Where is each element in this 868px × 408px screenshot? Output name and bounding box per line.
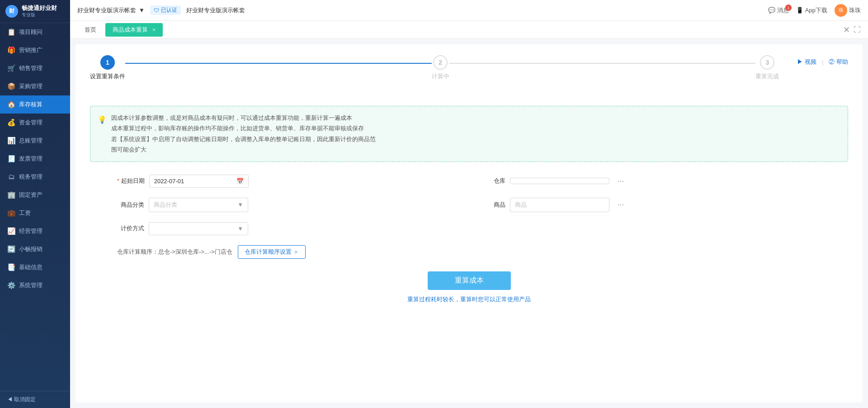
- info-text: 因成本计算参数调整，或是对商品成本有疑问时，可以通过成本重算功能，重新计算一遍成…: [111, 113, 376, 155]
- account-selector[interactable]: 好业财专业版演示帐套 ▼: [77, 6, 145, 14]
- info-line-1: 因成本计算参数调整，或是对商品成本有疑问时，可以通过成本重算功能，重新计算一遍成…: [111, 113, 376, 123]
- app-edition: 专业版: [22, 12, 57, 18]
- start-date-input[interactable]: 2022-07-01 📅: [149, 175, 249, 188]
- warehouse-label: 仓库: [478, 177, 505, 185]
- sidebar: 财 畅捷通好业财 专业版 📋项目顾问🎁营销推广🛒销售管理📦采购管理🏠库存核算💰资…: [0, 0, 70, 408]
- avatar: 珠: [835, 4, 847, 17]
- tab-home[interactable]: 首页: [77, 23, 104, 37]
- sidebar-item-label: 总账管理: [19, 137, 42, 145]
- app-download-button[interactable]: 📱 App下载: [796, 6, 827, 14]
- video-link[interactable]: ▶ ▶ 视频视频: [797, 58, 816, 66]
- start-date-label: 起始日期: [117, 177, 145, 185]
- calendar-icon[interactable]: 📅: [236, 178, 244, 185]
- category-field: 商品分类 商品分类 ▼: [117, 198, 460, 212]
- warehouse-order-row: 仓库计算顺序：总仓->深圳仓库->...->门店仓 仓库计算顺序设置 ＞: [117, 245, 821, 259]
- sidebar-item-marketing[interactable]: 🎁营销推广: [0, 41, 70, 59]
- main-area: 好业财专业版演示帐套 ▼ 🛡 已认证 好业财专业版演示帐套 💬 消息 1 📱 A…: [70, 0, 868, 408]
- step-1-label: 设置重算条件: [90, 72, 125, 81]
- price-method-field: 计价方式 ▼: [117, 222, 460, 235]
- sidebar-item-label: 经营管理: [19, 227, 42, 235]
- warehouse-field: 仓库 ···: [478, 176, 821, 186]
- tab-cost-recalc[interactable]: 商品成本重算 ×: [105, 23, 163, 37]
- account-name: 好业财专业版演示帐套: [77, 6, 136, 14]
- sidebar-item-label: 营销推广: [19, 46, 42, 54]
- sidebar-item-sales[interactable]: 🛒销售管理: [0, 59, 70, 77]
- help-link[interactable]: ② 帮助: [829, 58, 848, 66]
- sidebar-item-invoice[interactable]: 🧾发票管理: [0, 150, 70, 168]
- form-row-3: 计价方式 ▼: [117, 222, 821, 235]
- sidebar-item-inventory[interactable]: 🏠库存核算: [0, 95, 70, 114]
- notification-badge: 1: [785, 5, 792, 11]
- product-input[interactable]: 商品: [510, 198, 609, 212]
- purchase-icon: 📦: [7, 82, 15, 90]
- sidebar-item-label: 发票管理: [19, 155, 42, 163]
- sidebar-scroll: 📋项目顾问🎁营销推广🛒销售管理📦采购管理🏠库存核算💰资金管理📊总账管理🧾发票管理…: [0, 23, 70, 391]
- sidebar-item-basic[interactable]: 📑基础信息: [0, 258, 70, 276]
- product-dots[interactable]: ···: [618, 200, 624, 209]
- category-label: 商品分类: [117, 201, 144, 209]
- message-button[interactable]: 💬 消息 1: [768, 6, 789, 14]
- step-line-2: [449, 63, 756, 64]
- project-icon: 📋: [7, 28, 15, 36]
- sidebar-item-assets[interactable]: 🏢固定资产: [0, 186, 70, 204]
- sidebar-unpin[interactable]: ◀ 取消固定: [0, 391, 70, 408]
- sidebar-item-label: 项目顾问: [19, 28, 42, 36]
- price-method-select[interactable]: ▼: [149, 222, 248, 235]
- price-method-label: 计价方式: [117, 224, 144, 232]
- category-placeholder: 商品分类: [154, 201, 177, 209]
- dropdown-arrow-icon: ▼: [139, 7, 145, 14]
- sidebar-item-label: 税务管理: [19, 173, 42, 181]
- info-line-4: 围可能会扩大: [111, 144, 376, 155]
- finance-icon: 💰: [7, 119, 15, 127]
- logo-icon: 财: [5, 5, 18, 18]
- sidebar-item-label: 固定资产: [19, 191, 42, 199]
- window-close-icon[interactable]: ✕: [843, 25, 850, 35]
- topbar: 好业财专业版演示帐套 ▼ 🛡 已认证 好业财专业版演示帐套 💬 消息 1 📱 A…: [70, 0, 868, 21]
- tab-close-icon[interactable]: ×: [152, 26, 156, 33]
- user-profile[interactable]: 珠 珠珠: [835, 4, 861, 17]
- sidebar-item-accounting[interactable]: 📊总账管理: [0, 132, 70, 150]
- sidebar-item-purchase[interactable]: 📦采购管理: [0, 77, 70, 95]
- sidebar-item-system[interactable]: ⚙️系统管理: [0, 276, 70, 294]
- sidebar-item-operations[interactable]: 📈经营管理: [0, 222, 70, 240]
- warehouse-dots[interactable]: ···: [618, 176, 624, 186]
- account-display: 好业财专业版演示帐套: [186, 6, 245, 14]
- accounting-icon: 📊: [7, 137, 15, 145]
- category-select[interactable]: 商品分类 ▼: [149, 198, 248, 212]
- warehouse-input[interactable]: [510, 178, 609, 184]
- expense-icon: 🔄: [7, 245, 15, 253]
- form-section: 起始日期 2022-07-01 📅 仓库 ··· 商品分类: [90, 175, 848, 304]
- window-expand-icon[interactable]: ⛶: [854, 26, 861, 34]
- info-line-3: 若【系统设置】中启用了自动调整记账日期时，会调整入库单的整单记账日期，因此重新计…: [111, 134, 376, 144]
- salary-icon: 💼: [7, 209, 15, 217]
- operations-icon: 📈: [7, 227, 15, 235]
- info-line-2: 成本重算过程中，影响库存账的操作均不能操作，比如进货单、销货单、库存单据不能审核…: [111, 123, 376, 133]
- sidebar-item-label: 采购管理: [19, 82, 42, 90]
- step-1: 1 设置重算条件: [90, 55, 125, 81]
- marketing-icon: 🎁: [7, 46, 15, 54]
- product-placeholder: 商品: [515, 201, 527, 209]
- step-3: 3 重算完成: [755, 55, 779, 81]
- lightbulb-icon: 💡: [98, 114, 107, 155]
- sidebar-item-label: 小畅报销: [19, 245, 42, 253]
- recalc-button[interactable]: 重算成本: [428, 271, 511, 290]
- sidebar-item-label: 库存核算: [19, 100, 42, 109]
- user-name: 珠珠: [849, 6, 861, 14]
- warehouse-order-btn[interactable]: 仓库计算顺序设置 ＞: [238, 245, 306, 259]
- sidebar-item-expense[interactable]: 🔄小畅报销: [0, 240, 70, 258]
- sidebar-item-label: 工资: [19, 209, 31, 217]
- sidebar-item-finance[interactable]: 💰资金管理: [0, 114, 70, 132]
- sidebar-item-label: 基础信息: [19, 263, 42, 271]
- sidebar-item-project[interactable]: 📋项目顾问: [0, 23, 70, 41]
- logo-text-block: 畅捷通好业财 专业版: [22, 5, 57, 18]
- app-name: 畅捷通好业财: [22, 5, 57, 12]
- phone-icon: 📱: [796, 7, 803, 14]
- invoice-icon: 🧾: [7, 155, 15, 163]
- chat-icon: 💬: [768, 7, 775, 14]
- verified-badge: 🛡 已认证: [150, 5, 181, 15]
- sidebar-item-salary[interactable]: 💼工资: [0, 204, 70, 222]
- step-3-label: 重算完成: [755, 72, 779, 81]
- tab-bar: 首页 商品成本重算 × ✕ ⛶: [70, 21, 868, 39]
- start-date-value: 2022-07-01: [154, 178, 184, 185]
- sidebar-item-tax[interactable]: 🗂税务管理: [0, 168, 70, 186]
